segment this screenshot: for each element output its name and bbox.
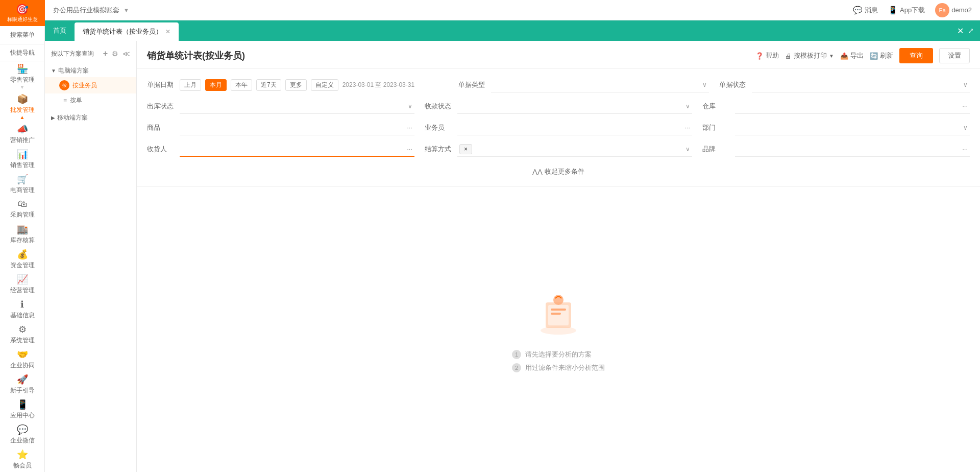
date-btn-more[interactable]: 更多 — [285, 79, 307, 91]
sidebar-item-marketing[interactable]: 📣 营销推广 — [0, 122, 45, 147]
sidebar-item-apps[interactable]: 📱 应用中心 — [0, 397, 45, 422]
salesman-select[interactable]: ··· — [457, 120, 692, 135]
help-btn[interactable]: ❓ 帮助 — [755, 51, 779, 60]
payment-tag-close-icon[interactable]: × — [464, 146, 468, 153]
product-dots[interactable]: ··· — [407, 124, 412, 131]
message-btn[interactable]: 💬 消息 — [853, 6, 878, 15]
setting-button[interactable]: 设置 — [939, 48, 970, 63]
order-status-select[interactable]: ∨ — [752, 77, 970, 92]
empty-tip-2-text: 用过滤条件来缩小分析范围 — [525, 363, 605, 372]
tab-close-window-icon[interactable]: ✕ — [957, 26, 964, 36]
product-select[interactable]: ··· — [180, 120, 414, 135]
brand-select[interactable]: ··· — [735, 141, 970, 157]
sales-icon: 📊 — [17, 149, 28, 160]
warehouse-select[interactable]: ··· — [735, 99, 970, 114]
filter-row-1: 单据日期 上月 本月 本年 近7天 更多 自定义 2023-03-01 至 20… — [147, 77, 970, 92]
topbar-left: 办公用品行业模拟账套 ▼ — [53, 6, 129, 15]
sidebar-item-newbie-label: 新手引导 — [10, 386, 35, 395]
date-buttons: 上月 本月 本年 近7天 更多 自定义 2023-03-01 至 2023-03… — [180, 79, 414, 91]
warehouse-dots[interactable]: ··· — [962, 102, 968, 110]
refresh-icon: 🔄 — [870, 52, 878, 60]
pc-scheme-group-title[interactable]: ▼ 电脑端方案 — [45, 64, 136, 77]
tabbar: 首页 销货单统计表（按业务员） ✕ ✕ ⤢ — [45, 20, 980, 41]
payment-select[interactable]: × ∨ — [457, 141, 692, 157]
sidebar-item-wholesale[interactable]: 📦 批发管理 ▲ — [0, 91, 45, 122]
message-label: 消息 — [865, 6, 878, 15]
main-area: 办公用品行业模拟账套 ▼ 💬 消息 📱 App下载 Ea demo2 首页 — [45, 0, 980, 472]
order-status-label: 单据状态 — [719, 80, 748, 89]
search-menu[interactable]: 搜索菜单 — [0, 26, 45, 44]
out-status-select[interactable]: ∨ — [180, 99, 414, 114]
refresh-btn[interactable]: 🔄 刷新 — [870, 51, 893, 60]
sidebar-item-ecommerce[interactable]: 🛒 电商管理 — [0, 172, 45, 197]
mobile-scheme-group-title[interactable]: ▶ 移动端方案 — [45, 111, 136, 124]
sidebar-item-wechat[interactable]: 💬 企业微信 — [0, 422, 45, 447]
add-scheme-icon[interactable]: + — [103, 49, 108, 58]
basics-icon: ℹ — [20, 299, 24, 310]
product-label: 商品 — [147, 123, 176, 132]
filter-row-2: 出库状态 ∨ 收款状态 ∨ — [147, 99, 970, 114]
sidebar-item-wechat-label: 企业微信 — [10, 436, 35, 445]
app-logo[interactable]: 🎯 标眼通好生意 — [0, 0, 45, 26]
sidebar-item-newbie[interactable]: 🚀 新手引导 — [0, 372, 45, 397]
sidebar: 🎯 标眼通好生意 搜索菜单 快捷导航 🏪 零售管理 ▼ 📦 批发管理 ▲ 📣 营… — [0, 0, 45, 472]
sidebar-item-operations[interactable]: 📈 经营管理 — [0, 272, 45, 297]
collect-status-select[interactable]: ∨ — [457, 99, 692, 114]
collapse-panel-icon[interactable]: ≪ — [122, 50, 130, 58]
collect-status-label: 收款状态 — [425, 102, 453, 111]
sidebar-item-sales[interactable]: 📊 销售管理 — [0, 147, 45, 172]
sidebar-item-retail[interactable]: 🏪 零售管理 ▼ — [0, 61, 45, 91]
settings-scheme-icon[interactable]: ⚙ — [112, 50, 118, 58]
pc-scheme-label: 电脑端方案 — [58, 66, 89, 75]
marketing-icon: 📣 — [17, 124, 28, 135]
date-btn-this-year[interactable]: 本年 — [231, 79, 252, 91]
date-btn-last-month[interactable]: 上月 — [180, 79, 201, 91]
print-btn[interactable]: 🖨 按模板打印 ▼ — [785, 51, 834, 60]
tab-close-icon[interactable]: ✕ — [165, 28, 170, 35]
receiver-dots[interactable]: ··· — [407, 145, 412, 153]
salesman-dots[interactable]: ··· — [684, 124, 690, 131]
date-control: 上月 本月 本年 近7天 更多 自定义 2023-03-01 至 2023-03… — [180, 79, 448, 91]
order-type-select[interactable]: ∨ — [491, 77, 709, 92]
date-btn-custom[interactable]: 自定义 — [311, 79, 338, 91]
quick-nav[interactable]: 快捷导航 — [0, 44, 45, 61]
scheme-salesman-label: 按业务员 — [72, 81, 97, 90]
brand-dots[interactable]: ··· — [962, 145, 968, 153]
sidebar-item-finance[interactable]: 💰 资金管理 — [0, 247, 45, 272]
sidebar-item-inventory[interactable]: 🏬 库存核算 — [0, 222, 45, 247]
sidebar-item-member[interactable]: ⭐ 畅会员 — [0, 447, 45, 472]
tab-maximize-icon[interactable]: ⤢ — [968, 27, 974, 35]
department-select[interactable]: ∨ — [735, 120, 970, 135]
filter-order-type: 单据类型 ∨ — [458, 77, 709, 92]
ecommerce-icon: 🛒 — [17, 174, 28, 185]
tab-home[interactable]: 首页 — [45, 20, 75, 41]
page-title: 销货单统计表(按业务员) — [147, 50, 245, 62]
phone-icon: 📱 — [888, 6, 898, 15]
date-btn-this-month[interactable]: 本月 — [205, 79, 227, 91]
brand-label: 品牌 — [702, 145, 731, 154]
app-download-btn[interactable]: 📱 App下载 — [888, 6, 925, 15]
user-profile[interactable]: Ea demo2 — [935, 3, 972, 17]
sidebar-item-purchase[interactable]: 🛍 采购管理 — [0, 197, 45, 221]
export-btn[interactable]: 📤 导出 — [840, 51, 864, 60]
sidebar-item-marketing-label: 营销推广 — [10, 136, 35, 145]
dropdown-arrow-icon[interactable]: ▼ — [124, 7, 129, 13]
sidebar-item-basics-label: 基础信息 — [10, 311, 35, 320]
query-button[interactable]: 查询 — [899, 48, 933, 63]
finance-icon: 💰 — [17, 249, 28, 260]
date-btn-last-7[interactable]: 近7天 — [256, 79, 281, 91]
sidebar-item-system[interactable]: ⚙ 系统管理 — [0, 322, 45, 347]
tab-sales-stat-label: 销货单统计表（按业务员） — [83, 27, 162, 36]
refresh-label: 刷新 — [880, 51, 893, 60]
collapse-button[interactable]: ⋀⋀ 收起更多条件 — [147, 163, 970, 178]
member-icon: ⭐ — [17, 449, 28, 460]
receiver-select[interactable]: ··· — [180, 141, 414, 157]
retail-icon: 🏪 — [17, 63, 28, 75]
sidebar-item-basics[interactable]: ℹ 基础信息 — [0, 297, 45, 322]
quick-nav-label: 快捷导航 — [10, 49, 35, 57]
tab-sales-stat[interactable]: 销货单统计表（按业务员） ✕ — [75, 22, 179, 41]
scheme-item-by-salesman[interactable]: 按 按业务员 — [45, 77, 136, 93]
sidebar-item-enterprise[interactable]: 🤝 企业协同 — [0, 347, 45, 372]
scheme-sub-item-by-order[interactable]: ≡ 按单 — [45, 93, 136, 107]
date-range-text: 2023-03-01 至 2023-03-31 — [342, 81, 414, 89]
